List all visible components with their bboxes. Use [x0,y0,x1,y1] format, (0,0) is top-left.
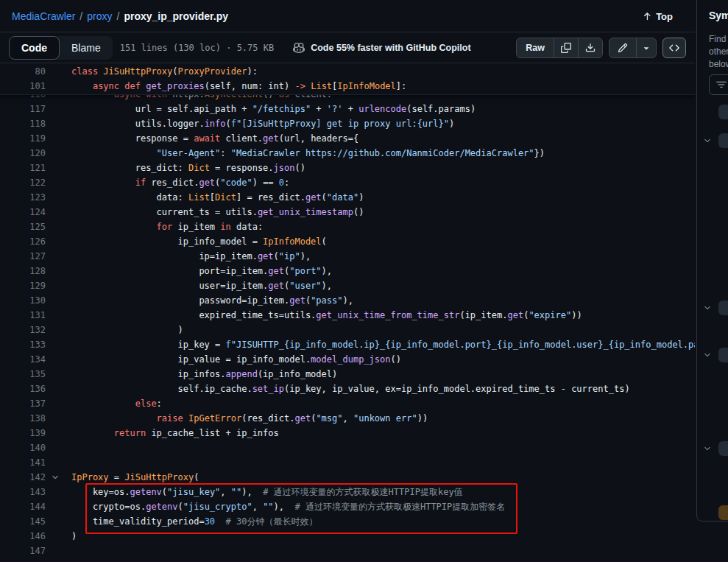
code-line: 123 data: List[Dict] = res_dict.get("dat… [0,190,695,205]
code-text: class JiSuHttpProxy(ProxyProvider): [71,64,258,79]
line-number[interactable]: 120 [0,148,46,158]
code-line: 127 ip=ip_item.get("ip"), [0,249,695,264]
line-number[interactable]: 144 [0,502,46,512]
tab-code[interactable]: Code [9,36,60,60]
collapse-toggle-icon[interactable] [46,473,71,482]
symbol-item[interactable] [697,105,728,119]
tab-blame[interactable]: Blame [60,36,113,60]
line-number[interactable]: 117 [0,104,46,114]
raw-button[interactable]: Raw [517,38,554,57]
line-number[interactable]: 139 [0,428,46,438]
breadcrumb: MediaCrawler / proxy / proxy_ip_provider… [12,10,228,22]
line-number[interactable]: 133 [0,340,46,350]
line-number[interactable]: 122 [0,178,46,188]
line-number[interactable]: 135 [0,369,46,379]
code-line: 128 port=ip_item.get("port"), [0,264,695,278]
description-line: Find [709,33,728,46]
code-line: 147 [0,544,695,558]
code-line: 141 [0,455,695,470]
line-number[interactable]: 145 [0,516,46,527]
edit-dropdown-button[interactable] [636,38,656,57]
code-text: key=os.getenv("jisu_key", ""), # 通过环境变量的… [71,485,463,499]
code-text: self.ip_cache.set_ip(ip_key, ip_value, e… [71,382,630,396]
copilot-banner[interactable]: Code 55% faster with GitHub Copilot [293,42,470,54]
symbol-badge[interactable] [718,505,728,520]
line-number[interactable]: 140 [0,443,46,453]
edit-file-button[interactable] [609,38,636,57]
code-line: 145 time_validity_period=30 # 30分钟（最长时效） [0,514,695,529]
code-line: 117 url = self.api_path + "/fetchips" + … [0,102,695,116]
filter-icon [716,80,727,90]
line-number[interactable]: 141 [0,457,46,468]
breadcrumb-bar: MediaCrawler / proxy / proxy_ip_provider… [0,0,695,32]
line-number[interactable]: 146 [0,531,46,541]
copy-raw-button[interactable] [554,38,578,57]
symbol-badge[interactable] [718,441,728,456]
scroll-to-top-button[interactable]: Top [642,7,673,25]
symbol-badge[interactable] [718,133,728,148]
line-number[interactable]: 123 [0,192,46,203]
symbol-badge[interactable] [718,348,728,362]
line-number[interactable]: 138 [0,413,46,424]
pencil-icon [618,43,628,53]
code-text: async def get_proxies(self, num: int) ->… [71,79,406,94]
triangle-down-icon [641,43,651,53]
code-line: 131 expired_time_ts=utils.get_unix_time_… [0,308,695,323]
code-text: ip=ip_item.get("ip"), [71,249,311,264]
line-number[interactable]: 80 [0,66,46,77]
symbol-badge[interactable] [718,301,728,315]
symbols-panel-toggle-button[interactable] [662,38,686,58]
line-number[interactable]: 132 [0,325,46,335]
copy-icon [561,43,571,53]
line-number[interactable]: 124 [0,207,46,217]
symbol-item[interactable] [697,348,728,362]
breadcrumb-folder-link[interactable]: proxy [87,10,112,22]
code-line: 126 ip_info_model = IpInfoModel( [0,234,695,249]
code-text: for ip_item in data: [71,219,263,234]
symbol-item[interactable] [697,301,728,315]
symbol-item[interactable] [697,505,728,520]
code-line: 146) [0,529,695,544]
code-text: "User-Agent": "MediaCrawler https://gith… [71,146,545,161]
line-number[interactable]: 125 [0,222,46,232]
code-line: 132 ) [0,323,695,337]
code-text: ip_key = f"JISUHTTP_{ip_info_model.ip}_{… [71,337,695,352]
arrow-up-icon [642,11,652,21]
line-number[interactable]: 101 [0,81,46,91]
code-text: current_ts = utils.get_unix_timestamp() [71,205,364,219]
line-number[interactable]: 134 [0,354,46,365]
chevron-down-icon[interactable] [703,136,712,145]
line-number[interactable]: 142 [0,472,46,482]
code-line: 133 ip_key = f"JISUHTTP_{ip_info_model.i… [0,337,695,352]
code-lines-container: 116 async with httpx.AsyncClient() as cl… [0,87,695,558]
line-number[interactable]: 118 [0,119,46,129]
chevron-down-icon[interactable] [703,444,712,453]
line-number[interactable]: 128 [0,266,46,276]
code-line: 119 response = await client.get(url, hea… [0,131,695,146]
download-raw-button[interactable] [578,38,602,57]
chevron-down-icon[interactable] [703,303,712,312]
line-number[interactable]: 137 [0,398,46,409]
chevron-down-icon[interactable] [703,351,712,359]
line-number[interactable]: 143 [0,487,46,497]
line-number[interactable]: 119 [0,133,46,144]
line-number[interactable]: 147 [0,546,46,556]
symbol-item[interactable] [697,441,728,456]
line-number[interactable]: 136 [0,384,46,394]
code-line: 144 crypto=os.getenv("jisu_crypto", ""),… [0,499,695,514]
line-number[interactable]: 121 [0,163,46,173]
line-number[interactable]: 131 [0,310,46,320]
breadcrumb-repo-link[interactable]: MediaCrawler [12,10,75,22]
symbols-filter-input[interactable] [709,74,728,95]
breadcrumb-separator: / [116,10,119,22]
symbol-badge[interactable] [718,105,728,119]
line-number[interactable]: 127 [0,251,46,261]
line-number[interactable]: 130 [0,295,46,306]
symbol-item[interactable] [697,133,728,148]
code-text: else: [71,396,162,411]
code-text: return ip_cache_list + ip_infos [71,426,279,440]
code-icon [669,43,679,53]
line-number[interactable]: 129 [0,281,46,291]
code-line: 130 password=ip_item.get("pass"), [0,293,695,308]
line-number[interactable]: 126 [0,236,46,247]
